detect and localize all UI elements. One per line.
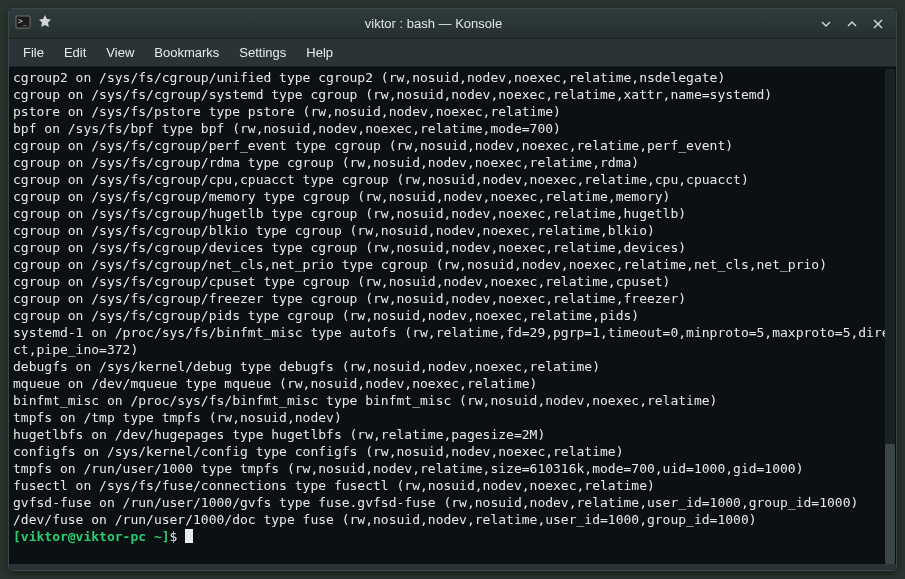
- terminal-line: gvfsd-fuse on /run/user/1000/gvfs type f…: [13, 494, 892, 511]
- terminal-line: cgroup on /sys/fs/cgroup/freezer type cg…: [13, 290, 892, 307]
- menu-settings[interactable]: Settings: [229, 41, 296, 64]
- menu-view[interactable]: View: [96, 41, 144, 64]
- app-icon: >_: [15, 14, 31, 34]
- terminal-line: cgroup on /sys/fs/cgroup/systemd type cg…: [13, 86, 892, 103]
- minimize-button[interactable]: [814, 13, 838, 35]
- terminal-line: cgroup on /sys/fs/cgroup/blkio type cgro…: [13, 222, 892, 239]
- menu-file[interactable]: File: [13, 41, 54, 64]
- scrollbar[interactable]: [885, 69, 895, 564]
- terminal-line: fusectl on /sys/fs/fuse/connections type…: [13, 477, 892, 494]
- terminal-line: tmpfs on /run/user/1000 type tmpfs (rw,n…: [13, 460, 892, 477]
- terminal-line: cgroup on /sys/fs/cgroup/devices type cg…: [13, 239, 892, 256]
- terminal-line: systemd-1 on /proc/sys/fs/binfmt_misc ty…: [13, 324, 892, 358]
- window-bottom-frame: [9, 564, 896, 570]
- titlebar: >_ viktor : bash — Konsole: [9, 9, 896, 39]
- cursor: [185, 529, 193, 543]
- window-title: viktor : bash — Konsole: [53, 16, 814, 31]
- terminal-line: cgroup on /sys/fs/cgroup/cpuset type cgr…: [13, 273, 892, 290]
- konsole-window: >_ viktor : bash — Konsole File Edit Vie…: [8, 8, 897, 571]
- prompt-user-host: [viktor@viktor-pc ~]: [13, 529, 170, 544]
- terminal-line: cgroup on /sys/fs/cgroup/memory type cgr…: [13, 188, 892, 205]
- pin-icon[interactable]: [37, 14, 53, 33]
- terminal-line: mqueue on /dev/mqueue type mqueue (rw,no…: [13, 375, 892, 392]
- terminal-line: cgroup on /sys/fs/cgroup/perf_event type…: [13, 137, 892, 154]
- terminal-line: cgroup on /sys/fs/cgroup/net_cls,net_pri…: [13, 256, 892, 273]
- terminal-line: configfs on /sys/kernel/config type conf…: [13, 443, 892, 460]
- terminal-line: hugetlbfs on /dev/hugepages type hugetlb…: [13, 426, 892, 443]
- terminal-line: cgroup on /sys/fs/cgroup/rdma type cgrou…: [13, 154, 892, 171]
- terminal-line: debugfs on /sys/kernel/debug type debugf…: [13, 358, 892, 375]
- menu-edit[interactable]: Edit: [54, 41, 96, 64]
- terminal-line: cgroup on /sys/fs/cgroup/pids type cgrou…: [13, 307, 892, 324]
- prompt-line[interactable]: [viktor@viktor-pc ~]$: [13, 528, 892, 545]
- terminal-line: cgroup on /sys/fs/cgroup/cpu,cpuacct typ…: [13, 171, 892, 188]
- svg-text:>_: >_: [18, 17, 28, 26]
- terminal-line: binfmt_misc on /proc/sys/fs/binfmt_misc …: [13, 392, 892, 409]
- terminal-line: bpf on /sys/fs/bpf type bpf (rw,nosuid,n…: [13, 120, 892, 137]
- close-button[interactable]: [866, 13, 890, 35]
- terminal-line: cgroup on /sys/fs/cgroup/hugetlb type cg…: [13, 205, 892, 222]
- terminal-line: cgroup2 on /sys/fs/cgroup/unified type c…: [13, 69, 892, 86]
- terminal-line: pstore on /sys/fs/pstore type pstore (rw…: [13, 103, 892, 120]
- terminal-line: /dev/fuse on /run/user/1000/doc type fus…: [13, 511, 892, 528]
- menu-bookmarks[interactable]: Bookmarks: [144, 41, 229, 64]
- terminal-line: tmpfs on /tmp type tmpfs (rw,nosuid,node…: [13, 409, 892, 426]
- menubar: File Edit View Bookmarks Settings Help: [9, 39, 896, 67]
- maximize-button[interactable]: [840, 13, 864, 35]
- terminal-output[interactable]: cgroup2 on /sys/fs/cgroup/unified type c…: [9, 67, 896, 564]
- menu-help[interactable]: Help: [296, 41, 343, 64]
- prompt-symbol: $: [170, 529, 186, 544]
- scrollbar-thumb[interactable]: [885, 444, 895, 564]
